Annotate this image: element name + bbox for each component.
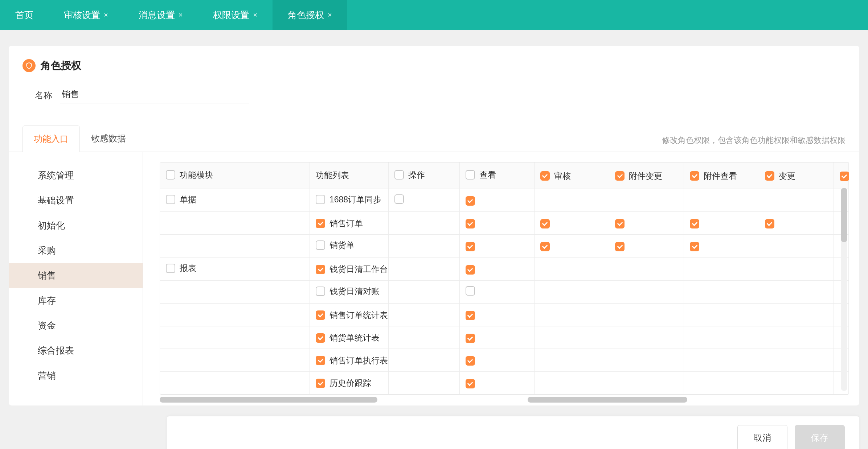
close-icon[interactable]: × bbox=[104, 11, 108, 19]
cell-module: 单据 bbox=[160, 189, 310, 212]
checkbox[interactable] bbox=[540, 242, 550, 251]
th-module: 功能模块 bbox=[160, 162, 310, 189]
nav-tab-2[interactable]: 消息设置× bbox=[123, 0, 198, 30]
close-icon[interactable]: × bbox=[328, 11, 332, 19]
checkbox[interactable] bbox=[316, 195, 325, 204]
checkbox-label: 审核 bbox=[554, 170, 571, 182]
checkbox-label: 销货单 bbox=[329, 240, 355, 251]
checkbox[interactable] bbox=[690, 219, 699, 228]
checkbox[interactable] bbox=[840, 172, 849, 181]
subtab-1[interactable]: 敏感数据 bbox=[80, 125, 137, 152]
cell-perm-3 bbox=[684, 371, 759, 394]
checkbox[interactable] bbox=[316, 265, 325, 274]
list-check: 销售订单 bbox=[316, 218, 363, 229]
checkbox[interactable] bbox=[765, 171, 774, 181]
checkbox[interactable] bbox=[316, 333, 325, 343]
close-icon[interactable]: × bbox=[253, 11, 257, 19]
cell-perm-3 bbox=[684, 234, 759, 258]
cell-perm-2 bbox=[609, 326, 684, 349]
cell-perm-3 bbox=[684, 326, 759, 349]
cell-module bbox=[160, 349, 310, 372]
checkbox[interactable] bbox=[466, 311, 475, 320]
nav-tab-0[interactable]: 首页 bbox=[0, 0, 49, 30]
cell-list: 销货单 bbox=[310, 234, 389, 258]
checkbox[interactable] bbox=[166, 195, 175, 204]
checkbox[interactable] bbox=[316, 310, 325, 320]
checkbox[interactable] bbox=[394, 170, 404, 180]
checkbox[interactable] bbox=[690, 171, 699, 181]
checkbox[interactable] bbox=[466, 170, 475, 180]
checkbox[interactable] bbox=[615, 171, 625, 181]
sidebar-item-4[interactable]: 销售 bbox=[9, 263, 143, 288]
perm-check bbox=[466, 265, 475, 275]
module-check: 单据 bbox=[166, 194, 196, 205]
checkbox[interactable] bbox=[466, 242, 475, 251]
sidebar-item-1[interactable]: 基础设置 bbox=[9, 188, 143, 213]
sidebar-item-2[interactable]: 初始化 bbox=[9, 213, 143, 238]
sidebar-item-6[interactable]: 资金 bbox=[9, 313, 143, 338]
nav-tab-label: 角色授权 bbox=[288, 9, 324, 21]
sidebar-item-5[interactable]: 库存 bbox=[9, 288, 143, 313]
perm-check bbox=[540, 219, 550, 228]
sidebar-item-8[interactable]: 营销 bbox=[9, 363, 143, 388]
cancel-button[interactable]: 取消 bbox=[737, 425, 787, 449]
module-check: 报表 bbox=[166, 263, 196, 274]
checkbox[interactable] bbox=[166, 170, 175, 180]
subtabs-row: 功能入口敏感数据 修改角色权限，包含该角色功能权限和敏感数据权限 bbox=[9, 125, 859, 152]
checkbox[interactable] bbox=[394, 194, 404, 204]
table-row: 销货单 bbox=[160, 234, 849, 258]
nav-tab-3[interactable]: 权限设置× bbox=[198, 0, 273, 30]
save-button[interactable]: 保存 bbox=[795, 425, 845, 449]
checkbox[interactable] bbox=[316, 287, 325, 296]
cell-perm-1 bbox=[534, 371, 609, 394]
name-input[interactable] bbox=[60, 87, 249, 103]
checkbox[interactable] bbox=[615, 219, 625, 228]
checkbox[interactable] bbox=[466, 196, 475, 206]
perm-check bbox=[540, 242, 550, 251]
vertical-scrollbar[interactable] bbox=[841, 188, 847, 391]
body-split: 系统管理基础设置初始化采购销售库存资金综合报表营销 功能模块功能列表操作查看审核… bbox=[9, 152, 859, 405]
sidebar-item-7[interactable]: 综合报表 bbox=[9, 338, 143, 363]
nav-tab-4[interactable]: 角色授权× bbox=[273, 0, 347, 30]
checkbox[interactable] bbox=[466, 286, 475, 296]
checkbox[interactable] bbox=[466, 379, 475, 388]
cell-perm-4 bbox=[759, 258, 834, 281]
list-check: 历史价跟踪 bbox=[316, 378, 371, 389]
checkbox[interactable] bbox=[690, 242, 699, 251]
checkbox[interactable] bbox=[316, 379, 325, 388]
top-nav: 首页审核设置×消息设置×权限设置×角色授权× bbox=[0, 0, 868, 30]
checkbox[interactable] bbox=[466, 334, 475, 343]
cell-module bbox=[160, 371, 310, 394]
horizontal-scrollbar-right[interactable] bbox=[528, 397, 687, 403]
perm-check bbox=[466, 379, 475, 388]
cell-op bbox=[388, 212, 459, 235]
cell-perm-1 bbox=[534, 189, 609, 212]
cell-perm-3 bbox=[684, 212, 759, 235]
checkbox-label: 查看 bbox=[479, 169, 496, 181]
checkbox[interactable] bbox=[466, 219, 475, 228]
cell-list: 钱货日清对账 bbox=[310, 280, 389, 304]
checkbox[interactable] bbox=[166, 264, 175, 273]
checkbox[interactable] bbox=[466, 356, 475, 366]
horizontal-scrollbar-left[interactable] bbox=[160, 397, 377, 403]
checkbox[interactable] bbox=[540, 171, 550, 181]
th-audit: 审核 bbox=[534, 162, 609, 189]
checkbox[interactable] bbox=[540, 219, 550, 228]
cell-perm-0 bbox=[459, 326, 534, 349]
scrollbar-thumb[interactable] bbox=[841, 188, 847, 242]
subtab-0[interactable]: 功能入口 bbox=[22, 125, 80, 152]
cell-list: 1688订单同步 bbox=[310, 189, 389, 212]
checkbox[interactable] bbox=[615, 242, 625, 251]
checkbox[interactable] bbox=[316, 240, 325, 250]
checkbox[interactable] bbox=[316, 219, 325, 228]
sidebar-item-0[interactable]: 系统管理 bbox=[9, 163, 143, 188]
help-text: 修改角色权限，包含该角色功能权限和敏感数据权限 bbox=[662, 135, 846, 152]
page-title: 角色授权 bbox=[41, 59, 81, 73]
checkbox[interactable] bbox=[316, 356, 325, 365]
cell-perm-3 bbox=[684, 258, 759, 281]
checkbox[interactable] bbox=[765, 219, 774, 228]
close-icon[interactable]: × bbox=[179, 11, 183, 19]
sidebar-item-3[interactable]: 采购 bbox=[9, 238, 143, 263]
nav-tab-1[interactable]: 审核设置× bbox=[49, 0, 123, 30]
checkbox[interactable] bbox=[466, 265, 475, 275]
